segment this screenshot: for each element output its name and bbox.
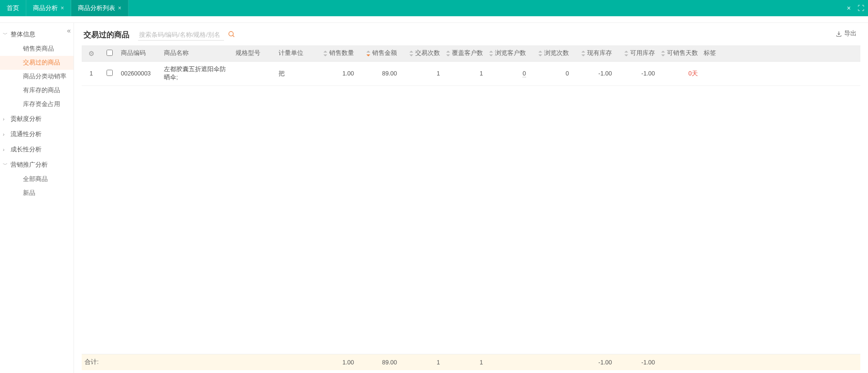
col-saleable-days[interactable]: 可销售天数	[658, 45, 701, 62]
chevron-right-icon: ›	[3, 147, 4, 152]
chevron-right-icon: ›	[3, 132, 4, 137]
sidebar-item-traded-products[interactable]: 交易过的商品	[0, 56, 74, 70]
tab-label: 商品分析	[33, 4, 58, 12]
sidebar-group-overview: ﹀ 整体信息 销售类商品 交易过的商品 商品分类动销率 有库存的商品 库存资金占…	[0, 27, 74, 111]
cell-cover-customers: 1	[443, 62, 486, 86]
col-trade-count[interactable]: 交易次数	[400, 45, 443, 62]
col-cover-customers[interactable]: 覆盖客户数	[443, 45, 486, 62]
sidebar-group-label: 成长性分析	[11, 145, 42, 154]
cell-code: 002600003	[118, 62, 161, 86]
sidebar-group-growth: › 成长性分析	[0, 142, 74, 157]
col-settings[interactable]: ⚙	[82, 45, 101, 62]
cell-saleable-days: 0天	[658, 62, 701, 86]
col-unit[interactable]: 计量单位	[276, 45, 314, 62]
col-current-stock[interactable]: 现有库存	[572, 45, 615, 62]
divider	[0, 16, 868, 23]
sidebar-group-header[interactable]: ﹀ 整体信息	[0, 27, 74, 42]
close-icon[interactable]: ×	[118, 5, 121, 11]
main-area: « ﹀ 整体信息 销售类商品 交易过的商品 商品分类动销率 有库存的商品 库存资…	[0, 23, 868, 373]
col-spec[interactable]: 规格型号	[233, 45, 276, 62]
export-label: 导出	[844, 30, 857, 38]
svg-line-1	[233, 35, 234, 37]
sidebar-group-label: 营销推广分析	[11, 160, 48, 169]
table-row[interactable]: 1 002600003 左都胶囊五折遮阳伞防晒伞; 把 1.00 89.00 1	[82, 62, 860, 86]
close-icon[interactable]: ×	[61, 5, 64, 11]
totals-tag	[701, 354, 860, 371]
row-index: 1	[82, 62, 101, 86]
tab-label: 首页	[7, 4, 19, 12]
totals-saleable-days	[658, 354, 701, 371]
totals-browse-count	[529, 354, 572, 371]
table-header: ⚙ 商品编码 商品名称 规格型号 计量单位 销售数量 销售金额 交易次数	[82, 45, 860, 62]
sidebar-group-header[interactable]: › 贡献度分析	[0, 111, 74, 127]
cell-sale-amount: 89.00	[357, 62, 400, 86]
sidebar-item-category-rate[interactable]: 商品分类动销率	[0, 70, 74, 84]
row-checkbox[interactable]	[107, 70, 113, 76]
sidebar-item-all-products[interactable]: 全部商品	[0, 172, 74, 186]
products-table: ⚙ 商品编码 商品名称 规格型号 计量单位 销售数量 销售金额 交易次数	[82, 45, 860, 86]
totals-browse-customers	[486, 354, 529, 371]
col-tag[interactable]: 标签	[701, 45, 860, 62]
sidebar-group-liquidity: › 流通性分析	[0, 127, 74, 142]
content-area: 交易过的商品 导出	[74, 23, 868, 373]
sidebar-item-sales-products[interactable]: 销售类商品	[0, 42, 74, 56]
sidebar-group-marketing: ﹀ 营销推广分析 全部商品 新品	[0, 157, 74, 200]
search-wrap	[138, 30, 236, 41]
gear-icon[interactable]: ⚙	[88, 50, 95, 57]
col-code[interactable]: 商品编码	[118, 45, 161, 62]
table-area: ⚙ 商品编码 商品名称 规格型号 计量单位 销售数量 销售金额 交易次数	[74, 45, 868, 373]
search-input[interactable]	[138, 30, 224, 41]
totals-trade-count: 1	[400, 354, 443, 371]
browse-customers-link[interactable]: 0	[523, 70, 526, 77]
sidebar-item-new-products[interactable]: 新品	[0, 186, 74, 200]
tab-product-analysis[interactable]: 商品分析 ×	[26, 0, 71, 16]
cell-unit: 把	[276, 62, 314, 86]
export-icon	[836, 31, 842, 37]
cell-spec	[233, 62, 276, 86]
cell-trade-count: 1	[400, 62, 443, 86]
chevron-down-icon: ﹀	[3, 31, 8, 38]
tab-product-analysis-list[interactable]: 商品分析列表 ×	[71, 0, 129, 16]
tab-label: 商品分析列表	[78, 4, 115, 12]
totals-row: 合计: 1.00 89.00 1 1 -1.00 -1.00	[82, 354, 860, 371]
cell-tag	[701, 62, 860, 86]
totals-cover-customers: 1	[443, 354, 486, 371]
tab-home[interactable]: 首页	[0, 0, 26, 16]
cell-browse-count: 0	[529, 62, 572, 86]
search-icon[interactable]	[228, 31, 236, 40]
sidebar-group-header[interactable]: › 流通性分析	[0, 127, 74, 142]
col-select-all[interactable]	[101, 45, 118, 62]
close-all-icon[interactable]: ×	[847, 4, 851, 12]
sidebar-group-label: 贡献度分析	[11, 115, 42, 123]
col-browse-count[interactable]: 浏览次数	[529, 45, 572, 62]
totals-current-stock: -1.00	[572, 354, 615, 371]
export-button[interactable]: 导出	[836, 30, 857, 38]
cell-sale-qty: 1.00	[314, 62, 357, 86]
sidebar-group-header[interactable]: › 成长性分析	[0, 142, 74, 157]
sidebar-item-in-stock-products[interactable]: 有库存的商品	[0, 84, 74, 97]
sidebar-group-label: 整体信息	[11, 30, 35, 39]
select-all-checkbox[interactable]	[107, 50, 113, 56]
cell-current-stock: -1.00	[572, 62, 615, 86]
col-browse-customers[interactable]: 浏览客户数	[486, 45, 529, 62]
col-available-stock[interactable]: 可用库存	[615, 45, 658, 62]
cell-available-stock: -1.00	[615, 62, 658, 86]
totals-sale-amount: 89.00	[357, 354, 400, 371]
totals-available-stock: -1.00	[615, 354, 658, 371]
col-sale-qty[interactable]: 销售数量	[314, 45, 357, 62]
cell-browse-customers[interactable]: 0	[486, 62, 529, 86]
row-select[interactable]	[101, 62, 118, 86]
col-name[interactable]: 商品名称	[161, 45, 233, 62]
chevron-down-icon: ﹀	[3, 161, 8, 168]
sidebar-group-header[interactable]: ﹀ 营销推广分析	[0, 157, 74, 172]
top-tab-bar: 首页 商品分析 × 商品分析列表 × × ⛶	[0, 0, 868, 16]
svg-point-0	[229, 32, 233, 36]
cell-name: 左都胶囊五折遮阳伞防晒伞;	[161, 62, 233, 86]
sidebar-group-contribution: › 贡献度分析	[0, 111, 74, 127]
chevron-right-icon: ›	[3, 117, 4, 122]
sidebar-item-stock-capital[interactable]: 库存资金占用	[0, 97, 74, 111]
fullscreen-icon[interactable]: ⛶	[857, 4, 864, 12]
sidebar-group-label: 流通性分析	[11, 130, 42, 139]
window-controls: × ⛶	[847, 0, 864, 16]
col-sale-amount[interactable]: 销售金额	[357, 45, 400, 62]
